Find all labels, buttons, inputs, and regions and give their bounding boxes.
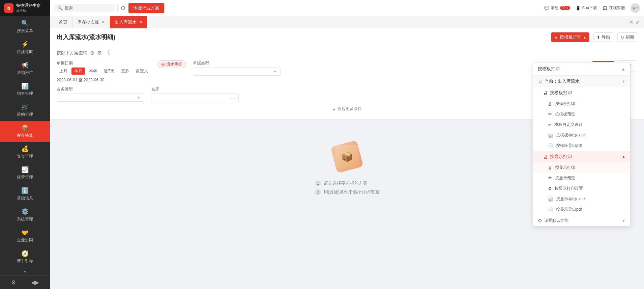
sidebar-item-purchase[interactable]: 🛒 采购管理 xyxy=(0,100,50,121)
tab-inout-flow[interactable]: 出入库流水 ✕ xyxy=(110,16,147,28)
sidebar-item-sales[interactable]: 📊 销售管理 xyxy=(0,79,50,100)
template-print-button[interactable]: 🖨 按模板打印 ▲ xyxy=(551,32,589,42)
display-section-label: 按显示打印 xyxy=(550,154,572,160)
quicknav-icon: ⚡ xyxy=(21,41,29,48)
default-setting-label: 设置默认功能 xyxy=(544,218,568,224)
sidebar-item-basics[interactable]: ℹ️ 基础信息 xyxy=(0,184,50,205)
message-item[interactable]: 💬 消息 99 + xyxy=(544,5,570,11)
sidebar-nav: 🔍 搜索菜单 ⚡ 快捷导航 📢 营销推广 📊 销售管理 🛒 采购管理 📦 库存核… xyxy=(0,16,50,268)
sidebar-item-label: 基础信息 xyxy=(17,195,33,201)
empty-step-1: 1 请先选择要分析的方案 xyxy=(315,180,379,186)
service-icon: 🎧 xyxy=(603,6,608,10)
tabs-bar: 首页 库存批次账 ✕ 出入库流水 ✕ ✕ ⤢ xyxy=(50,16,644,28)
dropdown-item-display-print[interactable]: 🖨 按显示打印 xyxy=(533,162,630,173)
more-icon[interactable]: ··· xyxy=(231,96,235,101)
dropdown-item-display-preview[interactable]: 👁 按显示预览 xyxy=(533,173,630,183)
basics-icon: ℹ️ xyxy=(21,187,29,194)
topbar-search-box[interactable]: 🔍 xyxy=(54,4,115,12)
template-print-section-header[interactable]: 🖨 按模板打印 xyxy=(533,87,630,99)
collapse-conditions-icon[interactable]: 《 xyxy=(105,49,110,56)
online-service-item[interactable]: 🎧 在线客服 xyxy=(603,5,625,11)
sidebar-item-label: 销售管理 xyxy=(17,91,33,97)
empty-illustration: 📦 xyxy=(330,140,364,174)
filter-tag-label: 流水明细 xyxy=(166,61,182,67)
sidebar-item-system[interactable]: ⚙️ 系统管理 xyxy=(0,205,50,226)
sidebar-item-marketing[interactable]: 📢 营销推广 xyxy=(0,58,50,79)
dropdown-item-template-design[interactable]: ✏ 模板自定义设计 xyxy=(533,120,630,130)
sidebar-item-operations[interactable]: 📈 经营管理 xyxy=(0,163,50,184)
dropdown-footer[interactable]: ⚙ 设置默认功能 ▼ xyxy=(533,215,630,226)
item-label: 按显示打印设置 xyxy=(555,186,583,191)
filter-tag-icon: ◎ xyxy=(161,62,165,67)
sidebar-item-finance[interactable]: 💰 资金管理 xyxy=(0,142,50,163)
logo-icon: b xyxy=(4,3,13,13)
sidebar-item-inventory[interactable]: 📦 库存核算 xyxy=(0,121,50,142)
dropdown-item-display-settings[interactable]: ⚙ 按显示打印设置 xyxy=(533,183,630,194)
date-tab-more[interactable]: 更多 xyxy=(118,68,132,75)
display-print-section-header[interactable]: 🖨 按显示打印 ▲ xyxy=(533,151,630,162)
dropdown-item-template-preview[interactable]: 👁 按模板预览 xyxy=(533,109,630,120)
export-label: 导出 xyxy=(602,34,610,40)
tab-batch-account-close[interactable]: ✕ xyxy=(102,20,105,24)
search-input[interactable] xyxy=(65,6,105,10)
dropdown-item-template-print[interactable]: 🖨 按模板打印 xyxy=(533,99,630,109)
biz-type-select[interactable]: ▼ xyxy=(57,94,144,102)
filter-tag[interactable]: ◎ 流水明细 xyxy=(157,60,186,68)
tab-inout-flow-close[interactable]: ✕ xyxy=(139,20,142,24)
inventory-icon: 📦 xyxy=(21,124,29,132)
sidebar-item-guide[interactable]: 🧭 新手引导 xyxy=(0,246,50,267)
warehouse-select[interactable]: ··· xyxy=(151,94,239,103)
topbar: 🔍 ⚙ 体验行业方案 💬 消息 99 + 📱 App下载 🎧 在线客服 Rit xyxy=(50,0,644,16)
sidebar-item-quick-nav[interactable]: ⚡ 快捷导航 xyxy=(0,37,50,58)
date-tab-custom[interactable]: 自定义 xyxy=(133,68,151,75)
sidebar-item-label: 新手引导 xyxy=(17,258,33,264)
date-label: 单据日期 xyxy=(57,60,151,66)
dropdown-item-display-excel[interactable]: 📊 按显示导出excel xyxy=(533,194,630,204)
item-label: 按模板打印 xyxy=(555,101,575,107)
date-field: 单据日期 上月 本月 本年 近7天 更多 自定义 2023-06-01 至 20… xyxy=(57,60,151,83)
date-tab-7days[interactable]: 近7天 xyxy=(101,68,117,75)
add-condition-icon[interactable]: ⊕ xyxy=(90,50,94,56)
main-area: 🔍 ⚙ 体验行业方案 💬 消息 99 + 📱 App下载 🎧 在线客服 Rit xyxy=(50,0,644,289)
tabs-close-all[interactable]: ✕ xyxy=(629,19,634,25)
app-version: 标准版 xyxy=(16,8,40,13)
dropdown-chevron-up[interactable]: ▲ xyxy=(621,67,625,72)
tab-home[interactable]: 首页 xyxy=(54,16,72,28)
refresh-button[interactable]: ↻ 刷新 xyxy=(617,32,637,42)
tabs-maximize[interactable]: ⤢ xyxy=(636,19,640,25)
sidebar-scroll-down[interactable]: ▾ xyxy=(0,268,50,275)
sidebar-footer: ⚙ ◀▶ xyxy=(0,275,50,289)
empty-steps: 1 请先选择要分析的方案 2 用[过滤]条件来缩小分析范围 xyxy=(315,180,379,195)
item-label: 按模板预览 xyxy=(555,111,575,117)
export-button[interactable]: ⬆ 导出 xyxy=(593,32,613,42)
dropdown-item-display-pdf[interactable]: 📄 按显示导出pdf xyxy=(533,204,630,215)
app-download-item[interactable]: 📱 App下载 xyxy=(576,5,597,11)
marketing-icon: 📢 xyxy=(21,61,29,69)
operations-icon: 📈 xyxy=(21,166,29,174)
dropdown-item-template-excel[interactable]: 📊 按模板导出excel xyxy=(533,130,630,140)
sidebar-item-search[interactable]: 🔍 搜索菜单 xyxy=(0,16,50,37)
doc-type-select[interactable]: ▼ xyxy=(193,68,281,76)
tab-batch-account[interactable]: 库存批次账 ✕ xyxy=(72,16,110,28)
dropdown-item-template-pdf[interactable]: 📄 按模板导出pdf xyxy=(533,140,630,151)
system-icon: ⚙️ xyxy=(21,208,29,215)
settings-footer-icon[interactable]: ⚙ xyxy=(11,279,16,286)
dropdown-current-setting[interactable]: 🖨 当前：出入库流水 ▼ xyxy=(533,76,630,87)
default-setting-icon: ⚙ xyxy=(538,218,542,224)
sidebar-item-collab[interactable]: 🤝 企业协同 xyxy=(0,226,50,246)
industry-solution-button[interactable]: 体验行业方案 xyxy=(128,3,164,13)
date-tab-this-month[interactable]: 本月 xyxy=(71,68,85,75)
date-tab-last-month[interactable]: 上月 xyxy=(57,68,70,75)
settings-condition-icon[interactable]: ⚙ xyxy=(97,50,102,56)
tab-inout-flow-label: 出入库流水 xyxy=(115,19,137,25)
printer-icon: 🖨 xyxy=(538,79,543,84)
gear-icon[interactable]: ⚙ xyxy=(120,4,126,12)
export-icon: ⬆ xyxy=(596,35,600,40)
collapse-sidebar-btn[interactable]: ◀▶ xyxy=(31,279,39,286)
sales-icon: 📊 xyxy=(21,82,29,90)
date-tab-this-year[interactable]: 本年 xyxy=(86,68,100,75)
item-excel-icon: 📊 xyxy=(548,133,553,138)
template-print-section: 🖨 按模板打印 🖨 按模板打印 👁 按模板预览 ✏ 模板自定义设计 xyxy=(533,87,630,151)
refresh-icon: ↻ xyxy=(620,35,624,40)
avatar[interactable]: Rit xyxy=(631,3,640,13)
